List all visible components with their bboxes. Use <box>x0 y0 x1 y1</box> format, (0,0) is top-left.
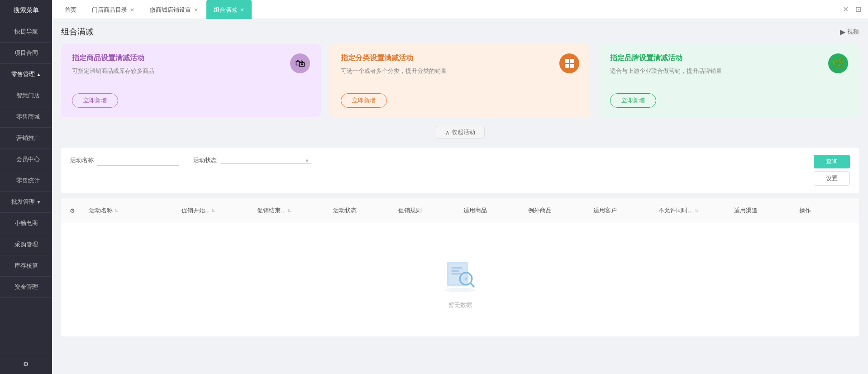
svg-line-12 <box>470 283 474 287</box>
sidebar-item-smart-store[interactable]: 智慧门店 <box>0 85 52 106</box>
maximize-window-button[interactable]: ⊡ <box>854 5 863 14</box>
sidebar-item-label: 会员中心 <box>16 155 40 163</box>
close-icon[interactable]: ✕ <box>240 7 244 13</box>
th-channel-label: 适用渠道 <box>734 206 758 215</box>
th-end[interactable]: 促销结束... ⇅ <box>252 203 328 218</box>
chevron-up-icon: ▲ <box>37 72 41 77</box>
search-name-input[interactable] <box>97 155 179 166</box>
table-header: ⚙ 活动名称 ⇅ 促销开始... ⇅ 促销结束... ⇅ 活动状态 <box>61 198 859 223</box>
th-customer: 适用客户 <box>588 203 653 218</box>
sidebar-item-retail-stats[interactable]: 零售统计 <box>0 170 52 192</box>
tab-combo-discount-label: 组合满减 <box>214 6 237 14</box>
th-name-label: 活动名称 <box>89 206 113 215</box>
sidebar-item-purchase-mgmt[interactable]: 采购管理 <box>0 234 52 255</box>
sidebar-item-label: 资金管理 <box>14 283 38 291</box>
card-product-icon: 🛍 <box>290 53 310 73</box>
th-action: 操作 <box>794 203 859 218</box>
collapse-bar: ∧ 收起活动 <box>61 122 859 142</box>
th-settings[interactable]: ⚙ <box>61 204 84 218</box>
main-content: 首页 门店商品目录 ✕ 微商城店铺设置 ✕ 组合满减 ✕ ✕ ⊡ 组合满减 ▶ … <box>52 0 868 374</box>
sidebar-item-marketing[interactable]: 营销推广 <box>0 128 52 149</box>
sidebar-item-finance[interactable]: 资金管理 <box>0 277 52 298</box>
data-table: ⚙ 活动名称 ⇅ 促销开始... ⇅ 促销结束... ⇅ 活动状态 <box>61 198 859 336</box>
th-rule-label: 促销规则 <box>398 206 422 215</box>
th-status: 活动状态 <box>328 203 393 218</box>
collapse-activity-btn[interactable]: ∧ 收起活动 <box>436 126 485 139</box>
th-end-label: 促销结束... <box>257 206 286 215</box>
tab-store-catalog[interactable]: 门店商品目录 ✕ <box>85 0 142 19</box>
empty-icon <box>438 250 483 296</box>
tab-wechat-settings[interactable]: 微商城店铺设置 ✕ <box>143 0 205 19</box>
sidebar-item-label: 营销推广 <box>16 134 40 142</box>
th-start[interactable]: 促销开始... ⇅ <box>176 203 252 218</box>
card-product: 指定商品设置满减活动 🛍 可指定滞销商品或库存较多商品 立即新增 <box>61 44 321 117</box>
svg-rect-1 <box>570 59 574 63</box>
th-except-label: 例外商品 <box>528 206 552 215</box>
card-category-desc: 可选一个或者多个分类，提升分类的销量 <box>341 67 579 76</box>
empty-text: 暂无数据 <box>448 301 472 309</box>
card-brand-icon: 🌿 <box>828 53 848 73</box>
sidebar-item-inventory[interactable]: 库存核算 <box>0 255 52 277</box>
card-category-title: 指定分类设置满减活动 <box>341 53 579 63</box>
sidebar-item-label: 快捷导航 <box>14 28 38 36</box>
card-category-add-btn[interactable]: 立即新增 <box>341 93 387 108</box>
search-status-field: 活动状态 ∨ <box>193 156 311 164</box>
video-link[interactable]: ▶ 视频 <box>840 28 859 36</box>
page-content-area: 组合满减 ▶ 视频 指定商品设置满减活动 🛍 可指定滞销商品或库存较多商品 立即… <box>52 19 868 374</box>
card-brand-add-btn[interactable]: 立即新增 <box>610 93 656 108</box>
chevron-down-icon: ▼ <box>37 200 41 205</box>
play-circle-icon: ▶ <box>840 28 845 36</box>
sidebar-item-project-contract[interactable]: 项目合同 <box>0 43 52 64</box>
activity-cards-row: 指定商品设置满减活动 🛍 可指定滞销商品或库存较多商品 立即新增 指定分类设置满… <box>61 44 859 117</box>
sidebar-item-label: 库存核算 <box>14 262 38 270</box>
th-goods: 适用商品 <box>458 203 523 218</box>
svg-rect-3 <box>570 64 574 68</box>
sidebar-search[interactable]: 搜索菜单 <box>0 0 52 21</box>
svg-rect-2 <box>565 64 569 68</box>
search-status-select[interactable]: ∨ <box>220 157 311 164</box>
chevron-up-icon: ∧ <box>445 129 450 136</box>
card-brand: 指定品牌设置满减活动 🌿 适合与上游企业联合做营销，提升品牌销量 立即新增 <box>599 44 859 117</box>
sidebar-item-member-center[interactable]: 会员中心 <box>0 149 52 170</box>
sidebar-item-label: 批发管理 <box>11 198 35 206</box>
gear-icon: ⚙ <box>23 360 29 368</box>
sidebar-item-label: 零售统计 <box>16 177 40 185</box>
card-category-icon <box>559 53 579 73</box>
th-rule: 促销规则 <box>393 203 458 218</box>
th-goods-label: 适用商品 <box>463 206 487 215</box>
sidebar-item-retail-mgmt[interactable]: 零售管理 ▲ <box>0 64 52 85</box>
tab-wechat-settings-label: 微商城店铺设置 <box>150 6 191 14</box>
card-brand-title: 指定品牌设置满减活动 <box>610 53 848 63</box>
th-concurrent-label: 不允许同时... <box>658 206 693 215</box>
sidebar-item-label: 项目合同 <box>14 49 38 57</box>
sort-icon: ⇅ <box>114 208 118 213</box>
tab-store-catalog-label: 门店商品目录 <box>92 6 127 14</box>
tab-home[interactable]: 首页 <box>57 0 84 19</box>
svg-rect-7 <box>451 268 463 269</box>
sidebar-item-wholesale-mgmt[interactable]: 批发管理 ▼ <box>0 192 52 213</box>
empty-state: 暂无数据 <box>61 223 859 336</box>
th-action-label: 操作 <box>799 206 811 215</box>
sidebar-item-label: 零售管理 <box>11 70 35 78</box>
sidebar-settings-btn[interactable]: ⚙ <box>0 354 52 374</box>
th-except-goods: 例外商品 <box>523 203 588 218</box>
sidebar-item-retail-mall[interactable]: 零售商城 <box>0 106 52 128</box>
sidebar-item-label: 零售商城 <box>16 113 40 121</box>
close-icon[interactable]: ✕ <box>130 7 134 13</box>
sidebar-item-quick-nav[interactable]: 快捷导航 <box>0 21 52 43</box>
sidebar-item-xiaochange[interactable]: 小畅电商 <box>0 213 52 234</box>
settings-button[interactable]: 设置 <box>814 171 850 186</box>
th-start-label: 促销开始... <box>181 206 210 215</box>
query-button[interactable]: 查询 <box>814 155 850 168</box>
video-link-label: 视频 <box>847 28 859 36</box>
th-status-label: 活动状态 <box>333 206 357 215</box>
th-name[interactable]: 活动名称 ⇅ <box>84 203 176 218</box>
close-icon[interactable]: ✕ <box>194 7 198 13</box>
sort-icon: ⇅ <box>287 208 291 213</box>
tab-combo-discount[interactable]: 组合满减 ✕ <box>206 0 252 19</box>
svg-rect-0 <box>565 59 569 63</box>
close-window-button[interactable]: ✕ <box>841 5 850 14</box>
th-concurrent[interactable]: 不允许同时... ⇅ <box>653 203 729 218</box>
card-product-add-btn[interactable]: 立即新增 <box>72 93 118 108</box>
sidebar-item-label: 小畅电商 <box>14 219 38 227</box>
